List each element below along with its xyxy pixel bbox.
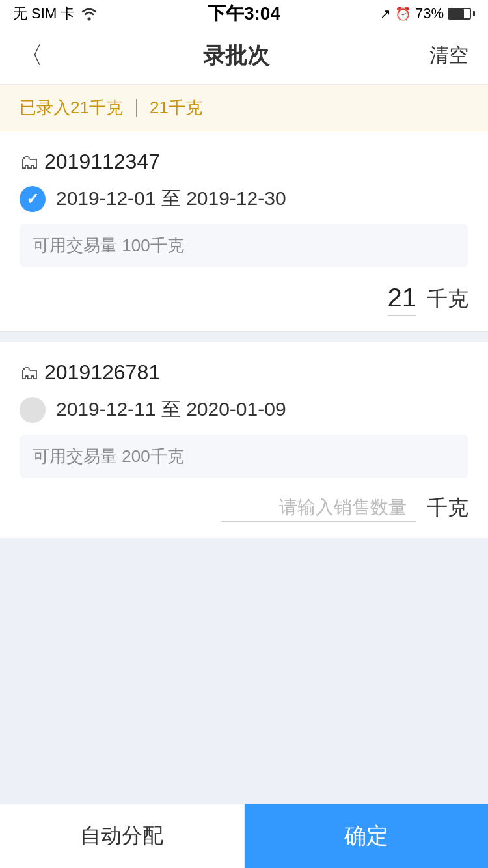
back-button[interactable]: 〈 xyxy=(20,40,43,72)
battery-percent: 73% xyxy=(415,5,444,22)
batch-2-card: 🗂 2019126781 2019-12-11 至 2020-01-09 可用交… xyxy=(0,342,488,478)
status-left: 无 SIM 卡 xyxy=(13,4,98,23)
section-separator xyxy=(0,332,488,342)
batch-2-icon: 🗂 xyxy=(20,362,39,384)
batch-2-id-row: 🗂 2019126781 xyxy=(20,360,468,385)
batch-1-date-row[interactable]: ✓ 2019-12-01 至 2019-12-30 xyxy=(20,185,468,212)
status-right: ↗ ⏰ 73% xyxy=(380,5,475,22)
batch-1-icon: 🗂 xyxy=(20,151,39,173)
batch-1-radio[interactable]: ✓ xyxy=(20,186,46,212)
svg-point-0 xyxy=(88,18,91,21)
batch-1-card: 🗂 2019112347 ✓ 2019-12-01 至 2019-12-30 可… xyxy=(0,131,488,267)
checkmark-icon: ✓ xyxy=(26,190,39,208)
batch-2-date-row[interactable]: 2019-12-11 至 2020-01-09 xyxy=(20,396,468,423)
page-title: 录批次 xyxy=(203,41,269,71)
batch-1-id: 2019112347 xyxy=(44,150,160,174)
batch-2-available-text: 可用交易量 200千克 xyxy=(33,446,184,466)
batch-1-amount-unit: 千克 xyxy=(427,285,468,314)
info-label-1: 已录入21千克 xyxy=(20,96,123,119)
status-time: 下午3:04 xyxy=(208,1,280,26)
batch-2-radio[interactable] xyxy=(20,397,46,423)
battery-icon xyxy=(448,8,475,20)
batch-2-input-row: 千克 xyxy=(0,478,488,538)
alarm-icon: ⏰ xyxy=(395,6,411,21)
batch-2-date: 2019-12-11 至 2020-01-09 xyxy=(56,396,286,423)
batch-1-date: 2019-12-01 至 2019-12-30 xyxy=(56,185,286,212)
batch-1-id-row: 🗂 2019112347 xyxy=(20,150,468,174)
batch-1-amount-value[interactable]: 21 xyxy=(388,283,417,316)
batch-2-available: 可用交易量 200千克 xyxy=(20,435,468,478)
carrier-text: 无 SIM 卡 xyxy=(13,4,75,23)
bottom-bar: 自动分配 确定 xyxy=(0,804,488,868)
empty-area xyxy=(0,538,488,818)
status-bar: 无 SIM 卡 下午3:04 ↗ ⏰ 73% xyxy=(0,0,488,27)
wifi-icon xyxy=(80,7,98,21)
clear-button[interactable]: 清空 xyxy=(429,42,468,69)
nav-bar: 〈 录批次 清空 xyxy=(0,27,488,85)
batch-1-available-text: 可用交易量 100千克 xyxy=(33,236,184,255)
info-label-2: 21千克 xyxy=(150,96,202,119)
confirm-button[interactable]: 确定 xyxy=(245,804,489,868)
location-icon: ↗ xyxy=(380,6,391,21)
auto-distribute-button[interactable]: 自动分配 xyxy=(0,804,245,868)
batch-1-available: 可用交易量 100千克 xyxy=(20,224,468,267)
batch-2-input-unit: 千克 xyxy=(427,494,468,522)
batch-2-quantity-input[interactable] xyxy=(221,495,416,522)
batch-1-amount-row: 21 千克 xyxy=(0,267,488,332)
info-banner: 已录入21千克 21千克 xyxy=(0,85,488,131)
batch-2-id: 2019126781 xyxy=(44,360,160,385)
info-divider xyxy=(136,99,137,117)
